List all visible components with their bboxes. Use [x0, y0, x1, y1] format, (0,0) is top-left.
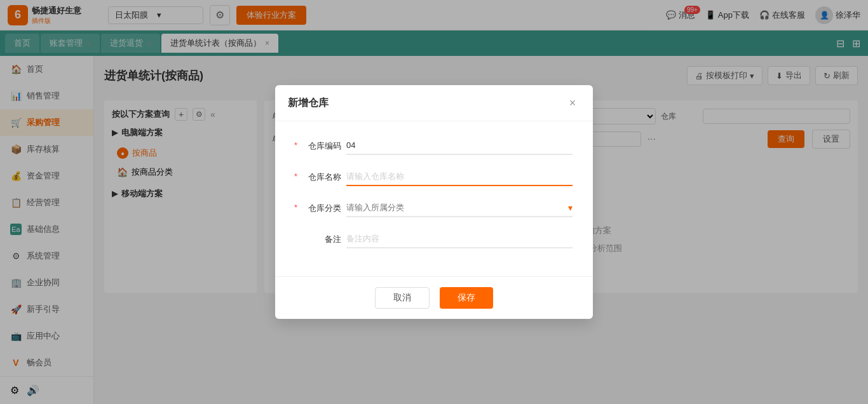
modal-footer: 取消 保存	[275, 276, 593, 319]
modal-header: 新增仓库 ×	[275, 85, 593, 121]
form-row-note: 备注	[295, 230, 573, 248]
name-input[interactable]	[346, 168, 573, 186]
name-label: 仓库名称	[295, 172, 346, 183]
note-control	[346, 230, 573, 248]
category-arrow-icon: ▾	[568, 203, 573, 213]
new-warehouse-modal: 新增仓库 × 仓库编码 仓库名称 仓库分类	[275, 85, 593, 319]
code-control	[346, 137, 573, 155]
category-label: 仓库分类	[295, 203, 346, 214]
modal-close-button[interactable]: ×	[565, 95, 580, 111]
modal-overlay: 新增仓库 × 仓库编码 仓库名称 仓库分类	[0, 0, 868, 404]
category-select-wrapper[interactable]: ▾	[346, 199, 573, 217]
note-label: 备注	[295, 234, 346, 245]
category-control: ▾	[346, 199, 573, 217]
code-input[interactable]	[346, 137, 573, 155]
name-control	[346, 168, 573, 186]
form-row-code: 仓库编码	[295, 137, 573, 155]
form-row-name: 仓库名称	[295, 168, 573, 186]
modal-body: 仓库编码 仓库名称 仓库分类 ▾	[275, 121, 593, 276]
form-row-category: 仓库分类 ▾	[295, 199, 573, 217]
note-input[interactable]	[346, 230, 573, 248]
code-label: 仓库编码	[295, 140, 346, 152]
save-button[interactable]: 保存	[440, 287, 493, 309]
modal-title: 新增仓库	[288, 97, 329, 110]
category-select-input[interactable]	[346, 199, 568, 216]
cancel-button[interactable]: 取消	[375, 287, 430, 309]
